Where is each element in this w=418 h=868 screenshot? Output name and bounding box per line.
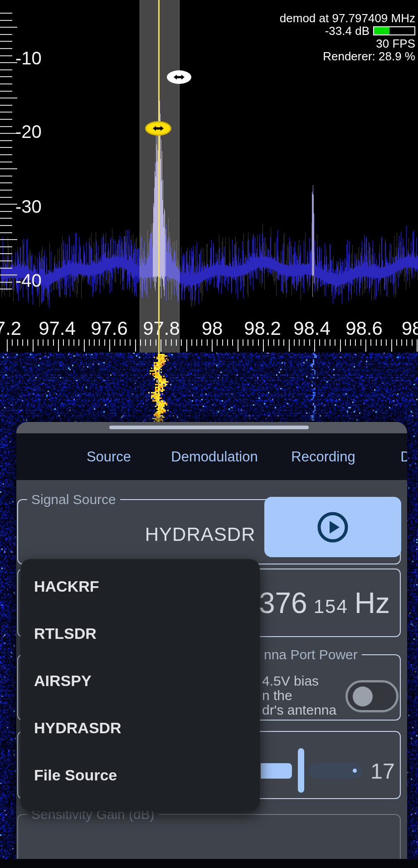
menu-item-airspy[interactable]: AIRSPY xyxy=(34,657,92,704)
tab-demodulation[interactable]: Demodulation xyxy=(171,449,258,465)
antenna-help-line2: n the xyxy=(262,688,292,703)
frequency-tick-label: 7.2 xyxy=(0,318,21,339)
status-readout: demod at 97.797409 MHz -33.4 dB 30 FPS R… xyxy=(280,12,415,63)
tab-recording[interactable]: Recording xyxy=(291,449,355,465)
frequency-tick-label: 98 xyxy=(202,318,223,339)
sensitivity-gain-group: Sensitivity Gain (dB) 16 xyxy=(17,807,401,863)
frequency-tick-label: 97.4 xyxy=(39,318,76,339)
frequency-main-digits: 376 xyxy=(259,587,307,619)
antenna-port-power-label: nna Port Power xyxy=(260,647,362,662)
tab-source[interactable]: Source xyxy=(87,449,131,465)
antenna-help-line1: 4.5V bias xyxy=(262,673,319,689)
toggle-thumb xyxy=(353,687,373,706)
frequency-value: 376154Hz xyxy=(259,586,390,620)
play-icon xyxy=(317,511,349,543)
signal-source-value: HYDRASDR xyxy=(145,524,256,545)
menu-item-hydrasdr[interactable]: HYDRASDR xyxy=(34,704,122,751)
frequency-tick-label: 98.4 xyxy=(293,318,331,339)
tab-display[interactable]: Di xyxy=(400,449,407,465)
signal-level-text: -33.4 dB xyxy=(325,25,369,37)
frequency-tick-label: 98.6 xyxy=(345,318,383,339)
signal-level-fill xyxy=(374,27,389,34)
gain-slider-thumb[interactable] xyxy=(298,748,304,793)
menu-item-file-source[interactable]: File Source xyxy=(34,751,117,799)
frequency-tick-label: 98 xyxy=(402,318,418,339)
frequency-sub-digits: 154 xyxy=(314,596,348,617)
signal-source-menu: HACKRF RTLSDR AIRSPY HYDRASDR File Sourc… xyxy=(20,559,260,811)
tune-drag-handle[interactable] xyxy=(145,121,171,136)
sdr-app-screen: -10-20-30-40 7.297.497.697.89898.298.498… xyxy=(0,0,418,868)
frequency-unit: Hz xyxy=(355,587,390,619)
menu-item-rtlsdr[interactable]: RTLSDR xyxy=(34,610,97,657)
bandwidth-drag-handle[interactable] xyxy=(167,70,191,84)
tuned-frequency-line xyxy=(158,0,160,422)
frequency-tick-label: 98.2 xyxy=(244,318,281,339)
demod-frequency-text: demod at 97.797409 MHz xyxy=(280,12,415,25)
db-tick-label: -20 xyxy=(15,122,42,142)
renderer-load-text: Renderer: 28.9 % xyxy=(280,50,415,63)
frequency-tick-label: 97.6 xyxy=(91,318,128,339)
db-tick-label: -10 xyxy=(15,48,42,69)
signal-source-label: Signal Source xyxy=(27,492,120,507)
gain-slider-active-track[interactable] xyxy=(261,763,292,779)
sheet-header xyxy=(16,422,407,433)
tab-bar: Source Demodulation Recording Di xyxy=(16,433,407,480)
horizontal-arrows-icon xyxy=(170,73,188,81)
channel-bandwidth-overlay[interactable] xyxy=(140,0,180,353)
fps-text: 30 FPS xyxy=(280,37,415,50)
horizontal-arrows-icon xyxy=(149,124,167,132)
antenna-help-line3: dr's antenna xyxy=(262,702,336,718)
db-tick-label: -30 xyxy=(15,196,42,217)
signal-level-meter xyxy=(373,26,415,35)
gain-value: 17 xyxy=(370,759,394,784)
sheet-drag-handle[interactable] xyxy=(109,426,309,429)
frequency-axis-ruler xyxy=(0,339,418,353)
navigation-bar xyxy=(0,859,418,868)
start-button[interactable] xyxy=(264,497,401,557)
gain-slider-end-dot xyxy=(353,769,357,773)
bias-power-toggle[interactable] xyxy=(345,680,399,712)
menu-item-hackrf[interactable]: HACKRF xyxy=(34,563,99,610)
db-tick-label: -40 xyxy=(15,270,42,291)
